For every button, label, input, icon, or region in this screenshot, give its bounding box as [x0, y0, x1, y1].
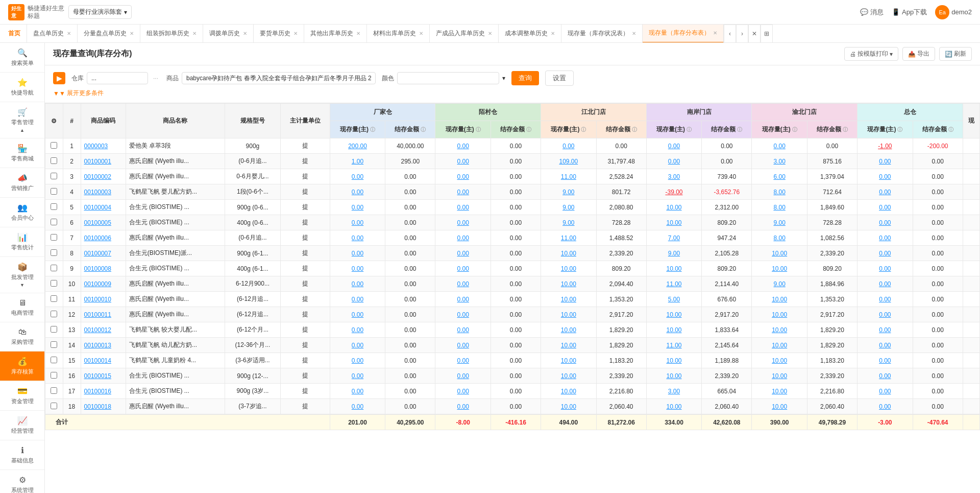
row-checkbox[interactable]	[51, 249, 57, 256]
cell-total-qty[interactable]: 0.00	[857, 399, 913, 415]
cell-checkbox[interactable]	[45, 399, 63, 415]
cell-code[interactable]: 00100016	[81, 384, 126, 399]
tab-home[interactable]: 首页	[2, 25, 27, 43]
warehouse-dots[interactable]: ···	[151, 75, 160, 82]
cell-w2-qty[interactable]: 0.00	[435, 307, 491, 322]
tab-yaohuo[interactable]: 要货单历史 ✕	[254, 25, 304, 43]
cell-code[interactable]: 00100002	[81, 169, 126, 184]
export-btn[interactable]: 📤 导出	[902, 47, 935, 61]
cell-w3-qty[interactable]: 10.00	[541, 338, 597, 353]
tab-xiancun1[interactable]: 现存量（库存状况表） ✕	[561, 25, 643, 43]
cell-w4-qty[interactable]: 10.00	[646, 261, 702, 276]
cell-total-qty[interactable]: 0.00	[857, 368, 913, 384]
cell-w1-qty[interactable]: 0.00	[330, 338, 385, 353]
cell-w5-qty[interactable]: 10.00	[752, 322, 807, 338]
cell-w5-qty[interactable]: 10.00	[752, 261, 807, 276]
sidebar-item-nav[interactable]: ⭐ 快捷导航	[0, 73, 44, 102]
cell-code[interactable]: 00100007	[81, 246, 126, 261]
tab-fenpandian-close[interactable]: ✕	[130, 31, 134, 36]
cell-w5-qty[interactable]: 8.00	[752, 184, 807, 200]
cell-w2-qty[interactable]: 0.00	[435, 215, 491, 230]
cell-w1-qty[interactable]: 0.00	[330, 307, 385, 322]
row-checkbox[interactable]	[51, 265, 57, 271]
cell-w3-qty[interactable]: 10.00	[541, 368, 597, 384]
cell-w5-qty[interactable]: 10.00	[752, 353, 807, 368]
message-action[interactable]: 💬 消息	[860, 8, 884, 17]
cell-total-qty[interactable]: 0.00	[857, 292, 913, 307]
cell-w5-qty[interactable]: 10.00	[752, 292, 807, 307]
cell-w2-qty[interactable]: 0.00	[435, 154, 491, 169]
cell-w3-qty[interactable]: 10.00	[541, 246, 597, 261]
tab-nav-close-all[interactable]: ✕	[748, 25, 761, 43]
cell-total-qty[interactable]: 0.00	[857, 384, 913, 399]
cell-w4-qty[interactable]: 3.00	[646, 169, 702, 184]
cell-w1-qty[interactable]: 1.00	[330, 154, 385, 169]
cell-total-qty[interactable]: 0.00	[857, 200, 913, 215]
cell-w2-qty[interactable]: 0.00	[435, 322, 491, 338]
cell-w2-qty[interactable]: 0.00	[435, 276, 491, 292]
cell-w3-qty[interactable]: 10.00	[541, 292, 597, 307]
cell-w3-qty[interactable]: 9.00	[541, 215, 597, 230]
cell-w5-qty[interactable]: 6.00	[752, 169, 807, 184]
cell-w5-qty[interactable]: 8.00	[752, 200, 807, 215]
cell-w3-qty[interactable]: 10.00	[541, 353, 597, 368]
cell-w2-qty[interactable]: 0.00	[435, 338, 491, 353]
sidebar-item-search[interactable]: 🔍 搜索英单	[0, 43, 44, 73]
row-checkbox[interactable]	[51, 357, 57, 363]
sidebar-item-ecom[interactable]: 🖥 电商管理	[0, 293, 44, 322]
cell-w4-qty[interactable]: 9.00	[646, 246, 702, 261]
cell-w5-qty[interactable]: 9.00	[752, 276, 807, 292]
tab-diaobo-close[interactable]: ✕	[243, 31, 247, 36]
cell-w2-qty[interactable]: 0.00	[435, 169, 491, 184]
cell-checkbox[interactable]	[45, 276, 63, 292]
row-checkbox[interactable]	[51, 372, 57, 379]
cell-w1-qty[interactable]: 200.00	[330, 138, 385, 154]
cell-w5-qty[interactable]: 10.00	[752, 384, 807, 399]
tab-fenpandian[interactable]: 分量盘点单历史 ✕	[78, 25, 140, 43]
cell-total-qty[interactable]: 0.00	[857, 246, 913, 261]
cell-total-qty[interactable]: 0.00	[857, 322, 913, 338]
cell-w1-qty[interactable]: 0.00	[330, 292, 385, 307]
cell-w2-qty[interactable]: 0.00	[435, 368, 491, 384]
expand-more-btn[interactable]: ▼▼ 展开更多条件	[53, 89, 972, 98]
row-checkbox[interactable]	[51, 188, 57, 195]
cell-w2-qty[interactable]: 0.00	[435, 138, 491, 154]
cell-w5-qty[interactable]: 10.00	[752, 307, 807, 322]
cell-w3-qty[interactable]: 10.00	[541, 276, 597, 292]
cell-total-qty[interactable]: 0.00	[857, 154, 913, 169]
cell-w4-qty[interactable]: 10.00	[646, 215, 702, 230]
cell-w1-qty[interactable]: 0.00	[330, 230, 385, 246]
cell-w1-qty[interactable]: 0.00	[330, 261, 385, 276]
cell-checkbox[interactable]	[45, 200, 63, 215]
cell-w1-qty[interactable]: 0.00	[330, 169, 385, 184]
cell-code[interactable]: 00100003	[81, 184, 126, 200]
cell-w5-qty[interactable]: 10.00	[752, 338, 807, 353]
cell-code[interactable]: 00100018	[81, 399, 126, 415]
sidebar-item-retail-stat[interactable]: 📊 零售统计	[0, 227, 44, 257]
cell-w3-qty[interactable]: 10.00	[541, 399, 597, 415]
cell-w2-qty[interactable]: 0.00	[435, 292, 491, 307]
cell-w1-qty[interactable]: 0.00	[330, 200, 385, 215]
tab-zuhe[interactable]: 组装拆卸单历史 ✕	[140, 25, 203, 43]
sidebar-item-marketing[interactable]: 📣 营销推广	[0, 168, 44, 198]
cell-w2-qty[interactable]: 0.00	[435, 246, 491, 261]
row-checkbox[interactable]	[51, 157, 57, 164]
row-checkbox[interactable]	[51, 326, 57, 333]
cell-w4-qty[interactable]: 10.00	[646, 200, 702, 215]
print-btn[interactable]: 🖨 按模版打印 ▾	[844, 47, 898, 61]
cell-w4-qty[interactable]: 5.00	[646, 292, 702, 307]
tab-nav-expand[interactable]: ⊞	[761, 25, 773, 43]
cell-w3-qty[interactable]: 10.00	[541, 384, 597, 399]
row-checkbox[interactable]	[51, 142, 57, 149]
tab-qita-close[interactable]: ✕	[356, 31, 360, 36]
cell-w4-qty[interactable]: 7.00	[646, 230, 702, 246]
cell-w4-qty[interactable]: 10.00	[646, 307, 702, 322]
cell-total-qty[interactable]: 0.00	[857, 353, 913, 368]
cell-w2-qty[interactable]: 0.00	[435, 399, 491, 415]
cell-w5-qty[interactable]: 10.00	[752, 399, 807, 415]
cell-checkbox[interactable]	[45, 215, 63, 230]
tab-nav-next[interactable]: ›	[736, 25, 748, 43]
cell-checkbox[interactable]	[45, 138, 63, 154]
row-checkbox[interactable]	[51, 311, 57, 317]
cell-w1-qty[interactable]: 0.00	[330, 353, 385, 368]
